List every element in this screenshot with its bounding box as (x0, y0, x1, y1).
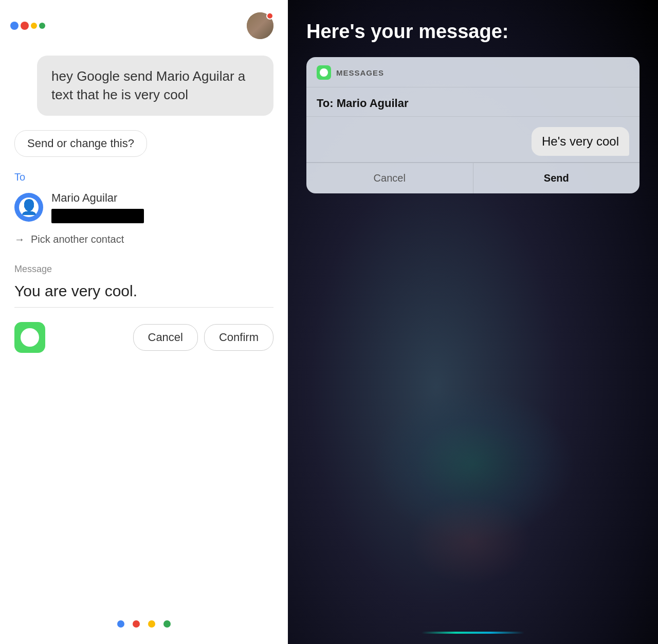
action-row: Cancel Confirm (14, 322, 273, 353)
messages-bubble-icon (21, 328, 39, 347)
contact-phone-redacted (51, 209, 144, 223)
contact-info: Mario Aguilar (51, 191, 144, 223)
compose-form: To 👤 Mario Aguilar → Pick another contac… (0, 157, 288, 353)
google-assistant-panel: hey Google send Mario Aguilar a text tha… (0, 0, 288, 644)
bottom-dots (117, 620, 171, 628)
action-buttons: Cancel Confirm (133, 324, 274, 351)
bottom-dot-yellow (148, 620, 155, 628)
message-preview-card: MESSAGES To: Mario Aguilar He's very coo… (306, 57, 639, 193)
message-card-actions: Cancel Send (306, 163, 639, 193)
send-or-change-button[interactable]: Send or change this? (14, 130, 147, 157)
message-card-body: He's very cool (306, 117, 639, 163)
google-dot-green (39, 23, 45, 29)
user-speech-bubble: hey Google send Mario Aguilar a text tha… (37, 56, 273, 116)
contact-avatar: 👤 (14, 193, 43, 222)
contact-name: Mario Aguilar (51, 191, 144, 205)
confirm-button[interactable]: Confirm (204, 324, 273, 351)
bottom-dot-red (133, 620, 140, 628)
message-card-header: MESSAGES (306, 57, 639, 87)
google-dot-blue (10, 22, 19, 30)
message-section: Message You are very cool. (14, 264, 273, 308)
arrow-icon: → (14, 234, 25, 245)
messages-app-icon (14, 322, 45, 353)
siri-cancel-button[interactable]: Cancel (306, 163, 473, 193)
messages-icon (317, 65, 331, 80)
siri-send-button[interactable]: Send (473, 163, 640, 193)
message-bubble-text: He's very cool (542, 134, 619, 148)
google-dot-yellow (31, 23, 37, 29)
message-content: You are very cool. (14, 281, 273, 301)
message-underline (14, 307, 273, 308)
notification-dot (266, 12, 273, 20)
siri-listening-bar (422, 632, 524, 634)
message-bubble: He's very cool (532, 127, 629, 156)
messages-icon-bubble (320, 68, 328, 77)
message-label: Message (14, 264, 273, 275)
user-avatar-container[interactable] (247, 12, 273, 39)
pick-another-text: Pick another contact (31, 234, 124, 245)
messages-app-label: MESSAGES (336, 68, 384, 77)
bottom-dot-blue (117, 620, 124, 628)
siri-panel: Here's your message: MESSAGES To: Mario … (288, 0, 658, 644)
cancel-button[interactable]: Cancel (133, 324, 198, 351)
message-to-field: To: Mario Aguilar (306, 87, 639, 117)
to-label: To (14, 171, 273, 183)
bottom-dot-green (163, 620, 171, 628)
header (0, 0, 288, 47)
siri-title: Here's your message: (306, 21, 639, 43)
pick-another-contact[interactable]: → Pick another contact (14, 229, 273, 249)
google-dot-red (21, 22, 29, 30)
contact-row: 👤 Mario Aguilar (14, 191, 273, 223)
speech-bubble-text: hey Google send Mario Aguilar a text tha… (51, 68, 245, 102)
google-logo (14, 12, 41, 39)
person-icon: 👤 (20, 199, 38, 216)
